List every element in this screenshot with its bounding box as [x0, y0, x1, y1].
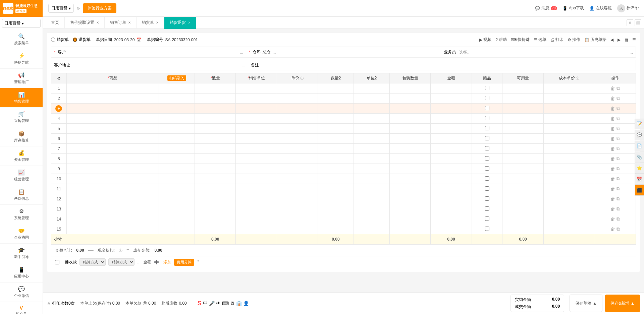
- gift-cell[interactable]: [472, 194, 502, 204]
- delete-row-icon[interactable]: 🗑: [610, 156, 615, 162]
- copy-row-icon[interactable]: ⧉: [616, 85, 620, 91]
- discount-info-icon[interactable]: ⓘ: [119, 248, 122, 253]
- gift-cell[interactable]: [472, 144, 502, 154]
- cost-price-cell[interactable]: [543, 93, 595, 104]
- goods-cell[interactable]: [66, 214, 159, 224]
- sidebar-item-enterprise[interactable]: 🤝 企业协同: [0, 224, 43, 244]
- delete-row-icon[interactable]: 🗑: [610, 196, 615, 202]
- tab-home[interactable]: 首页: [46, 17, 65, 29]
- gift-cell[interactable]: [472, 224, 502, 234]
- radio-delivery[interactable]: 销货单: [51, 37, 69, 43]
- col-settings[interactable]: ⚙: [51, 73, 67, 83]
- copy-row-icon[interactable]: ⧉: [616, 146, 620, 151]
- copy-row-icon[interactable]: ⧉: [616, 96, 620, 101]
- toolbar-prev[interactable]: ◀: [610, 38, 613, 42]
- delete-row-icon[interactable]: 🗑: [610, 86, 615, 91]
- gift-cell[interactable]: [472, 164, 502, 174]
- topbar-message[interactable]: 💬 消息 70: [535, 5, 557, 11]
- save-new-btn[interactable]: 保存&新增 ▲: [605, 295, 640, 312]
- unit-cell[interactable]: [236, 93, 277, 104]
- price-cell[interactable]: [277, 93, 318, 104]
- tab-sales-delivery-close[interactable]: ✕: [156, 21, 159, 24]
- right-icon-clip[interactable]: 📎: [635, 152, 644, 163]
- tab-price-settings[interactable]: 售价提取设置 ✕: [65, 17, 105, 29]
- right-icon-expand[interactable]: ⬛: [635, 185, 644, 196]
- toolbar-select[interactable]: ☰ 选单: [534, 37, 546, 43]
- pkg-qty-cell[interactable]: [390, 93, 431, 104]
- qty2-cell[interactable]: [318, 83, 354, 93]
- sidebar-item-weixin[interactable]: 💬 企业微信: [0, 282, 43, 302]
- goods-cell[interactable]: [66, 224, 159, 234]
- tab-sales-return-close[interactable]: ✕: [188, 21, 191, 24]
- sidebar-item-system[interactable]: ⚙ 系统管理: [0, 205, 43, 224]
- sidebar-item-sales[interactable]: 📊 销售管理: [0, 88, 43, 108]
- goods-cell[interactable]: [66, 144, 159, 154]
- goods-cell[interactable]: [66, 184, 159, 194]
- sidebar-item-apps[interactable]: 📱 应用中心: [0, 263, 43, 282]
- copy-row-icon[interactable]: ⧉: [616, 166, 620, 172]
- toolbar-shortcut[interactable]: ⌨ 快捷键: [511, 37, 530, 43]
- restore-tab-btn[interactable]: ⬜: [635, 19, 641, 26]
- unit-cell[interactable]: [236, 104, 277, 114]
- calendar-icon[interactable]: 📅: [137, 38, 142, 42]
- gift-cell[interactable]: [472, 124, 502, 134]
- unit-cell[interactable]: [236, 83, 277, 93]
- remark-input[interactable]: [261, 62, 633, 68]
- account-select[interactable]: 结算方式: [108, 258, 135, 266]
- salesperson-more-btn[interactable]: ...: [630, 50, 633, 55]
- col-scan[interactable]: 扫码录入: [159, 73, 195, 83]
- delete-row-icon[interactable]: 🗑: [610, 166, 615, 172]
- warehouse-more-btn[interactable]: ...: [273, 50, 276, 55]
- customer-more-btn[interactable]: ...: [240, 50, 243, 55]
- tab-price-settings-close[interactable]: ✕: [96, 21, 99, 24]
- delete-row-icon[interactable]: 🗑: [610, 227, 615, 232]
- right-icon-star[interactable]: ⭐: [635, 163, 644, 174]
- address-more-btn[interactable]: ...: [242, 63, 245, 67]
- copy-row-icon[interactable]: ⧉: [616, 226, 620, 232]
- sidebar-item-inventory[interactable]: 📦 库存核算: [0, 127, 43, 146]
- gift-cell[interactable]: [472, 214, 502, 224]
- save-draft-btn[interactable]: 保存草稿 ▲: [570, 295, 602, 312]
- amount-cell[interactable]: [431, 93, 472, 104]
- salesperson-input[interactable]: [458, 49, 628, 55]
- tab-sales-delivery[interactable]: 销货单 ✕: [137, 17, 164, 29]
- topbar-settings-icon[interactable]: ⚙: [76, 6, 80, 11]
- address-input[interactable]: [72, 62, 240, 68]
- goods-cell-active[interactable]: [66, 104, 159, 114]
- tab-sales-order[interactable]: 销售订单 ✕: [105, 17, 137, 29]
- delete-row-icon[interactable]: 🗑: [610, 96, 615, 101]
- pkg-qty-cell[interactable]: [390, 83, 431, 93]
- close-tab-btn[interactable]: ✕: [627, 19, 633, 26]
- sidebar-item-search[interactable]: 🔍 搜索菜单: [0, 30, 43, 49]
- toolbar-grid-view[interactable]: ▦: [625, 38, 628, 42]
- one-click-payment-checkbox[interactable]: 一键收款: [55, 259, 77, 265]
- gift-cell[interactable]: [472, 134, 502, 144]
- available-cell[interactable]: [502, 93, 543, 104]
- goods-cell[interactable]: [66, 154, 159, 164]
- delete-row-icon[interactable]: 🗑: [610, 126, 615, 131]
- copy-row-icon[interactable]: ⧉: [616, 156, 620, 162]
- topbar-industry-select[interactable]: 日用百货 ▾: [48, 4, 74, 13]
- qty2-cell[interactable]: [318, 104, 354, 114]
- price-cell[interactable]: [277, 83, 318, 93]
- copy-row-icon[interactable]: ⧉: [616, 196, 620, 202]
- industry-select[interactable]: 日用百货 ▾: [2, 19, 41, 28]
- goods-cell[interactable]: [66, 93, 159, 104]
- gift-cell[interactable]: [472, 93, 502, 104]
- copy-row-icon[interactable]: ⧉: [616, 126, 620, 131]
- copy-row-icon[interactable]: ⧉: [616, 136, 620, 141]
- gift-cell[interactable]: [472, 114, 502, 124]
- goods-cell[interactable]: [66, 124, 159, 134]
- cost-price-cell[interactable]: [543, 83, 595, 93]
- delete-row-icon[interactable]: 🗑: [610, 146, 615, 151]
- gift-cell[interactable]: [472, 104, 502, 114]
- unit2-cell[interactable]: [354, 83, 390, 93]
- sidebar-item-finance[interactable]: 💰 资金管理: [0, 146, 43, 166]
- scan-input-btn[interactable]: 扫码录入: [167, 75, 186, 81]
- right-icon-chat[interactable]: 💬: [635, 130, 644, 140]
- toolbar-print[interactable]: 🖨 打印: [550, 37, 564, 43]
- qty-cell[interactable]: [195, 104, 236, 114]
- qty2-cell[interactable]: [318, 93, 354, 104]
- fee-split-btn[interactable]: 费用分摊: [174, 259, 194, 266]
- delete-row-icon[interactable]: 🗑: [610, 136, 615, 141]
